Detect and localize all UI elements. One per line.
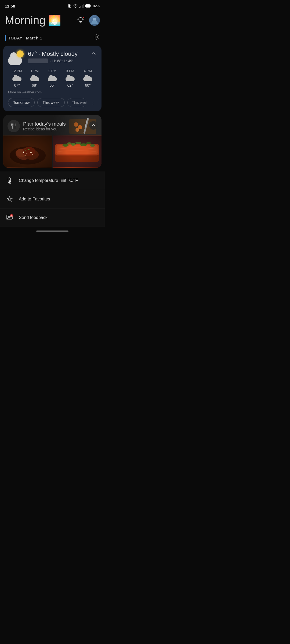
weather-link[interactable]: More on weather.com: [8, 90, 97, 94]
menu-item-feedback[interactable]: ! Send feedback: [0, 208, 105, 227]
hour-temp-2: 65°: [49, 83, 55, 87]
date-label: TODAY · March 1: [8, 36, 42, 40]
notification-dot: [82, 16, 85, 19]
weather-main: 67° · Mostly cloudy · H: 68° L: 49°: [8, 50, 78, 65]
svg-text:!: !: [11, 215, 12, 217]
hour-temp-4: 60°: [85, 83, 90, 87]
weather-info: 67° · Mostly cloudy · H: 68° L: 49°: [28, 50, 78, 63]
menu-item-temperature[interactable]: Change temperature unit °C/°F: [0, 171, 105, 190]
hour-item-4: 4 PM 60°: [79, 69, 97, 87]
hour-cloud-2: [48, 75, 57, 81]
svg-point-53: [9, 182, 10, 183]
signal-icon: [79, 4, 84, 8]
hour-label-0: 12 PM: [12, 69, 22, 73]
hour-item-2: 2 PM 65°: [44, 69, 61, 87]
status-bar: 11:58 82%: [0, 0, 105, 11]
bottom-menu: Change temperature unit °C/°F Add to Fav…: [0, 171, 105, 227]
location-bar: [28, 58, 48, 63]
menu-label-feedback: Send feedback: [19, 215, 48, 220]
chevron-up-icon: [91, 50, 97, 56]
menu-item-favorites[interactable]: Add to Favorites: [0, 190, 105, 208]
svg-rect-1: [79, 7, 80, 8]
menu-label-favorites: Add to Favorites: [19, 197, 50, 202]
hour-label-4: 4 PM: [84, 69, 92, 73]
weather-icon: [8, 50, 24, 65]
fork-knife-icon: [11, 123, 17, 129]
header-right: [76, 15, 100, 26]
hour-label-1: 1 PM: [31, 69, 39, 73]
weather-tabs: Tomorrow This week This weeke ⋮: [8, 98, 97, 107]
more-options-button[interactable]: ⋮: [89, 99, 97, 106]
meals-text: Plan today's meals Recipe ideas for you: [23, 121, 66, 131]
hour-cloud-4: [83, 75, 92, 81]
food-overlay-left: [3, 136, 52, 168]
feedback-icon: !: [6, 214, 13, 221]
morning-emoji: 🌅: [48, 14, 61, 26]
date-accent-bar: [5, 35, 6, 41]
battery-percent: 82%: [93, 4, 100, 8]
date-label-wrapper: TODAY · March 1: [5, 35, 42, 41]
hour-cloud-3: [66, 75, 75, 81]
food-images: [3, 136, 102, 168]
settings-button[interactable]: [93, 34, 100, 42]
weather-hi-lo-text: · H: 68° L: 49°: [50, 59, 74, 63]
hour-label-3: 3 PM: [66, 69, 74, 73]
svg-line-9: [78, 18, 79, 19]
home-bar: [36, 230, 68, 232]
meals-card[interactable]: Plan today's meals Recipe ideas for you: [3, 115, 102, 168]
hour-temp-0: 67°: [14, 83, 20, 87]
weather-temp: 67°: [28, 50, 37, 57]
gear-icon: [93, 34, 100, 40]
header: Morning 🌅: [0, 11, 105, 32]
food-image-left[interactable]: [3, 136, 52, 168]
food-overlay-right: [53, 136, 102, 168]
tab-tomorrow[interactable]: Tomorrow: [8, 98, 35, 107]
hour-item-1: 1 PM 68°: [26, 69, 44, 87]
weather-description: Mostly cloudy: [42, 50, 78, 57]
meals-title: Plan today's meals: [23, 121, 66, 127]
svg-point-14: [96, 36, 98, 38]
suggestions-button[interactable]: [76, 16, 85, 25]
svg-rect-4: [83, 4, 84, 8]
hour-temp-1: 68°: [32, 83, 37, 87]
avatar-icon: [90, 16, 99, 25]
avatar[interactable]: [89, 15, 100, 26]
weather-card: 67° · Mostly cloudy · H: 68° L: 49° 12 P…: [3, 46, 102, 111]
hourly-forecast: 12 PM 67° 1 PM 68° 2 PM 65° 3 PM 62° 4 P…: [8, 69, 97, 87]
weather-temp-desc: 67° · Mostly cloudy: [28, 50, 78, 57]
thermometer-icon: [6, 177, 13, 184]
wifi-icon: [73, 4, 78, 8]
bluetooth-icon: [68, 4, 71, 8]
hour-temp-3: 62°: [67, 83, 73, 87]
status-icons: 82%: [68, 4, 100, 8]
hour-item-3: 3 PM 62°: [61, 69, 79, 87]
meals-header: Plan today's meals Recipe ideas for you: [3, 115, 102, 136]
weather-top: 67° · Mostly cloudy · H: 68° L: 49°: [8, 50, 97, 65]
status-time: 11:58: [5, 4, 15, 8]
hour-item-0: 12 PM 67°: [8, 69, 26, 87]
meals-icon: [8, 120, 20, 132]
svg-rect-6: [86, 5, 90, 7]
hour-label-2: 2 PM: [48, 69, 56, 73]
svg-rect-2: [81, 6, 81, 8]
tab-this-week[interactable]: This week: [37, 98, 64, 107]
date-row: TODAY · March 1: [0, 32, 105, 46]
meals-subtitle: Recipe ideas for you: [23, 127, 66, 131]
star-icon: [6, 195, 13, 203]
chevron-up-meals-icon: [91, 123, 96, 128]
meals-collapse-button[interactable]: [89, 121, 98, 130]
hour-cloud-0: [12, 75, 21, 81]
tab-this-weekend[interactable]: This weeke: [67, 98, 87, 107]
svg-rect-3: [82, 5, 82, 8]
food-image-right[interactable]: [53, 136, 102, 168]
battery-icon: [85, 4, 91, 8]
hour-cloud-1: [30, 75, 39, 81]
weather-hi-lo: · H: 68° L: 49°: [28, 58, 78, 63]
weather-collapse-button[interactable]: [91, 50, 97, 57]
page-title: Morning: [5, 14, 46, 27]
menu-label-temperature: Change temperature unit °C/°F: [19, 178, 78, 183]
weather-separator: ·: [38, 50, 42, 57]
header-left: Morning 🌅: [5, 14, 61, 27]
home-indicator: [0, 227, 105, 234]
